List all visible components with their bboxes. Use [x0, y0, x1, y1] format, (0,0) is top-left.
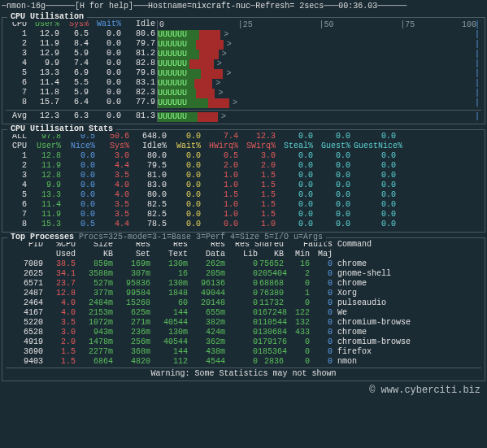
- stats-row: 815.30.54.478.50.00.01.00.00.00.0: [6, 220, 481, 230]
- elapsed: 00:36.03: [338, 2, 377, 11]
- process-row: 94031.56864482011245440283600nmon: [6, 358, 481, 368]
- title-bar: ─nmon-16g──────[H for help]───Hostname=n…: [2, 2, 485, 12]
- cpu-stats-panel: CPU Utilisation Stats ALL 97.8 0.5 50.6 …: [2, 129, 485, 233]
- stats-row: 112.80.03.080.00.00.53.00.00.00.0: [6, 152, 481, 162]
- help-hint: [H for help]: [75, 2, 133, 11]
- proc-warning: Warning: Some Statistics may not shown: [6, 368, 481, 380]
- stats-row: 711.90.03.582.50.01.01.50.00.00.0: [6, 211, 481, 220]
- panel-title: CPU Utilisation: [7, 12, 87, 23]
- stats-row: 312.80.03.581.00.01.01.50.00.00.0: [6, 172, 481, 181]
- footer-credit: © www.cyberciti.biz: [2, 381, 485, 397]
- stats-row: 611.40.03.582.50.01.01.50.00.00.0: [6, 201, 481, 211]
- cpu-avg-row: Avg 12.3 6.3 0.0 81.3 |UUUUUU>: [6, 112, 481, 122]
- top-proc-panel: Top Processes Procs=325-mode=3-1=Base 3=…: [2, 237, 485, 382]
- stats-row: 513.30.04.080.00.01.51.50.00.00.0: [6, 191, 481, 201]
- scale: 0 |25 |50 |75 100 |: [157, 20, 481, 30]
- cpu-row: 711.85.90.082.3|UUUUUU>: [6, 89, 481, 98]
- hdr-wait: Wait%: [92, 20, 124, 30]
- process-row: 708938.5859m169m130m262m075652160chrome: [6, 260, 481, 270]
- panel-title-wrap: Top Processes Procs=325-mode=3-1=Base 3=…: [7, 233, 326, 243]
- cpu-util-panel: CPU Utilisation CPU User% Sys% Wait% Idl…: [2, 17, 485, 124]
- panel-title: CPU Utilisation Stats: [7, 124, 116, 135]
- cpu-row: 312.95.90.081.2|UUUUUU>: [6, 50, 481, 59]
- cpu-row: 211.98.40.079.7|UUUUUU>: [6, 40, 481, 50]
- stats-headers: CPU User% Nice% Sys% Idle% Wait% HWirq% …: [6, 142, 481, 152]
- refresh-label: Refresh=: [255, 2, 294, 11]
- hdr-idle: Idle: [124, 20, 157, 30]
- process-row: 24644.02484m15268602014801173200pulseaud…: [6, 299, 481, 309]
- cpu-row: 49.97.40.082.8|UUUUUU>: [6, 59, 481, 69]
- cpu-row: 611.45.50.083.1|UUUUUU>: [6, 79, 481, 89]
- process-row: 49192.01478m256m40544362m017917600chromi…: [6, 338, 481, 348]
- process-row: 248712.8377m9958418484904407638010Xorg: [6, 289, 481, 299]
- stats-row: 211.90.04.479.50.02.02.00.00.00.0: [6, 162, 481, 172]
- stats-row: 49.90.04.083.00.01.01.50.00.00.0: [6, 181, 481, 191]
- process-row: 657123.7527m95836130m9613606886800chrome: [6, 280, 481, 289]
- refresh-value: 2secs: [299, 2, 324, 11]
- host-label: Hostname=: [148, 2, 192, 11]
- proc-headers-2: Used KB Set Text Data Lib KB Min Maj: [6, 250, 481, 260]
- hostname: nixcraft-nuc: [192, 2, 250, 11]
- app-name: nmon-16g: [7, 2, 46, 11]
- process-row: 36901.52277m368m144438m018536400firefox: [6, 348, 481, 358]
- process-row: 41674.02153m625m144655m01672481220We: [6, 309, 481, 319]
- avg-bar: |UUUUUU>: [157, 112, 481, 122]
- avg-label: Avg: [6, 111, 30, 122]
- cpu-row: 815.76.40.077.9|UUUUUU>: [6, 98, 481, 108]
- cpu-row: 112.96.50.080.6|UUUUUU>: [6, 30, 481, 40]
- process-row: 65283.0943m236m130m424m01306844330chrome: [6, 328, 481, 338]
- process-row: 52203.51072m271m40544382m01105441320chro…: [6, 319, 481, 328]
- cpu-row: 513.36.90.079.8|UUUUUU>: [6, 69, 481, 79]
- process-row: 262534.13588m307m16205m020540420gnome-sh…: [6, 270, 481, 280]
